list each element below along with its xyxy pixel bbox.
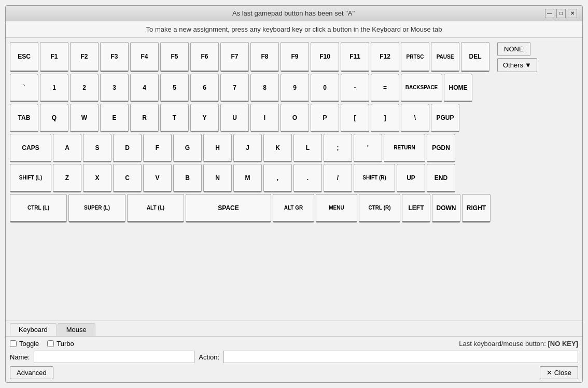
key-a[interactable]: A: [53, 134, 81, 162]
key-left[interactable]: LEFT: [402, 194, 430, 223]
key-f3[interactable]: F3: [100, 42, 129, 72]
key-f6[interactable]: F6: [190, 42, 219, 72]
key-caps[interactable]: CAPS: [10, 134, 51, 162]
key-f10[interactable]: F10: [311, 42, 339, 72]
key-up[interactable]: UP: [397, 164, 425, 192]
key-equals[interactable]: =: [371, 74, 399, 102]
key-esc[interactable]: ESC: [10, 42, 38, 72]
key-l[interactable]: L: [293, 134, 322, 162]
key-p[interactable]: P: [311, 104, 339, 132]
key-6[interactable]: 6: [190, 74, 219, 102]
key-i[interactable]: I: [250, 104, 279, 132]
key-menu[interactable]: MENU: [316, 194, 357, 223]
close-button[interactable]: ✕ Close: [540, 366, 578, 379]
key-j[interactable]: J: [233, 134, 262, 162]
maximize-button[interactable]: □: [556, 9, 566, 18]
key-f7[interactable]: F7: [220, 42, 249, 72]
key-3[interactable]: 3: [100, 74, 129, 102]
tab-mouse[interactable]: Mouse: [58, 323, 95, 336]
key-lbracket[interactable]: [: [341, 104, 369, 132]
name-input[interactable]: [34, 351, 194, 363]
key-end[interactable]: END: [427, 164, 455, 192]
key-o[interactable]: O: [281, 104, 309, 132]
key-down[interactable]: DOWN: [432, 194, 460, 223]
key-slash[interactable]: /: [324, 164, 352, 192]
key-u[interactable]: U: [220, 104, 249, 132]
key-space[interactable]: SPACE: [186, 194, 271, 223]
key-t[interactable]: T: [160, 104, 189, 132]
key-f11[interactable]: F11: [341, 42, 369, 72]
key-x[interactable]: X: [83, 164, 111, 192]
key-return[interactable]: RETURN: [384, 134, 425, 162]
key-home[interactable]: HOME: [444, 74, 472, 102]
key-pgup[interactable]: PGUP: [431, 104, 459, 132]
key-e[interactable]: E: [100, 104, 129, 132]
toggle-checkbox-label[interactable]: Toggle: [10, 340, 39, 348]
key-d[interactable]: D: [113, 134, 142, 162]
key-2[interactable]: 2: [70, 74, 99, 102]
advanced-button[interactable]: Advanced: [10, 366, 53, 379]
key-7[interactable]: 7: [220, 74, 249, 102]
key-rbracket[interactable]: ]: [371, 104, 399, 132]
action-input[interactable]: [223, 351, 578, 363]
key-tab[interactable]: TAB: [10, 104, 38, 132]
key-m[interactable]: M: [233, 164, 262, 192]
key-s[interactable]: S: [83, 134, 111, 162]
key-f4[interactable]: F4: [130, 42, 159, 72]
toggle-checkbox[interactable]: [10, 340, 17, 347]
key-pgdn[interactable]: PGDN: [427, 134, 455, 162]
key-ctrl-r[interactable]: CTRL (R): [359, 194, 400, 223]
key-semicolon[interactable]: ;: [324, 134, 352, 162]
key-pause[interactable]: PAUSE: [431, 42, 459, 72]
minimize-button[interactable]: —: [545, 9, 554, 18]
key-f8[interactable]: F8: [250, 42, 279, 72]
key-9[interactable]: 9: [281, 74, 309, 102]
key-0[interactable]: 0: [311, 74, 339, 102]
turbo-checkbox-label[interactable]: Turbo: [47, 340, 74, 348]
key-alt-l[interactable]: ALT (L): [127, 194, 184, 223]
turbo-checkbox[interactable]: [47, 340, 54, 347]
key-backslash[interactable]: \: [401, 104, 429, 132]
key-del[interactable]: DEL: [461, 42, 489, 72]
key-super-l[interactable]: SUPER (L): [68, 194, 125, 223]
key-r[interactable]: R: [130, 104, 159, 132]
close-window-button[interactable]: ✕: [568, 9, 577, 18]
key-n[interactable]: N: [203, 164, 232, 192]
key-backtick[interactable]: `: [10, 74, 38, 102]
key-shift-r[interactable]: SHIFT (R): [354, 164, 395, 192]
key-prtsc[interactable]: PRTSC: [401, 42, 429, 72]
key-f9[interactable]: F9: [281, 42, 309, 72]
key-right[interactable]: RIGHT: [462, 194, 491, 223]
key-w[interactable]: W: [70, 104, 99, 132]
key-f2[interactable]: F2: [70, 42, 99, 72]
none-button[interactable]: NONE: [497, 42, 530, 56]
key-g[interactable]: G: [173, 134, 202, 162]
others-button[interactable]: Others ▼: [497, 58, 537, 72]
key-v[interactable]: V: [143, 164, 172, 192]
key-q[interactable]: Q: [40, 104, 68, 132]
key-8[interactable]: 8: [250, 74, 279, 102]
tab-bar: Keyboard Mouse: [6, 321, 582, 336]
key-k[interactable]: K: [263, 134, 292, 162]
key-alt-gr[interactable]: ALT GR: [273, 194, 314, 223]
key-period[interactable]: .: [293, 164, 322, 192]
key-shift-l[interactable]: SHIFT (L): [10, 164, 51, 192]
key-ctrl-l[interactable]: CTRL (L): [10, 194, 67, 223]
key-1[interactable]: 1: [40, 74, 68, 102]
key-b[interactable]: B: [173, 164, 202, 192]
tab-keyboard[interactable]: Keyboard: [10, 323, 57, 336]
key-f[interactable]: F: [143, 134, 172, 162]
key-minus[interactable]: -: [341, 74, 369, 102]
key-c[interactable]: C: [113, 164, 142, 192]
key-h[interactable]: H: [203, 134, 232, 162]
key-5[interactable]: 5: [160, 74, 189, 102]
key-f1[interactable]: F1: [40, 42, 68, 72]
key-z[interactable]: Z: [53, 164, 81, 192]
key-4[interactable]: 4: [130, 74, 159, 102]
key-y[interactable]: Y: [190, 104, 219, 132]
key-apostrophe[interactable]: ': [354, 134, 382, 162]
key-f5[interactable]: F5: [160, 42, 189, 72]
key-backspace[interactable]: BACKSPACE: [401, 74, 442, 102]
key-comma[interactable]: ,: [263, 164, 292, 192]
key-f12[interactable]: F12: [371, 42, 399, 72]
